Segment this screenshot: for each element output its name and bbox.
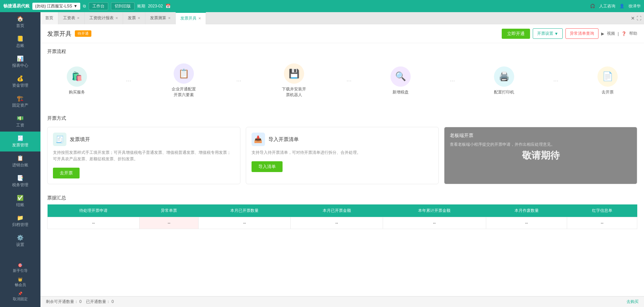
tab-invoice-tool[interactable]: 发票开具 ✕ [176, 12, 206, 24]
video-icon: ▶ [601, 31, 604, 36]
method-desc-import: 支持导入待开票清单，可对待开票清单进行拆分、合并处理。 [252, 149, 433, 156]
tax-icon: 📑 [17, 175, 24, 181]
sidebar-item-archive[interactable]: 📁 归档管理 [0, 211, 40, 231]
workspace-btn[interactable]: 工作台 [89, 2, 108, 10]
val-month-amount: -- [291, 217, 383, 229]
configure-icon: 📋 [178, 68, 189, 79]
expand-icon[interactable]: ⛶ [637, 16, 641, 21]
tab-home[interactable]: 首页 [40, 12, 58, 24]
step-download[interactable]: 💾 下载并安装开票机器人 [281, 63, 308, 98]
sidebar-item-unpin[interactable]: 📌 取消固定 [2, 289, 39, 304]
configure-printer-icon-wrap: 🖨️ [494, 66, 514, 87]
method-header-manual: 🧾 发票填开 [53, 133, 235, 146]
tab-payroll-stats-close[interactable]: ✕ [115, 16, 118, 20]
step-configure-printer[interactable]: 🖨️ 配置打印机 [494, 66, 514, 95]
tab-invoice-tool-close[interactable]: ✕ [198, 17, 201, 20]
assets-icon: 🏗️ [17, 95, 24, 102]
sidebar-label-guide: 新手引导 [13, 268, 28, 273]
tab-payroll-table-close[interactable]: ✕ [77, 16, 80, 20]
remaining-label: 剩余可开通数量： [46, 299, 78, 304]
inout-icon: 📋 [17, 155, 24, 161]
help-label[interactable]: 帮助 [629, 31, 637, 36]
sidebar-label-settle: 结账 [16, 202, 24, 208]
invoice-icon: 🧾 [17, 135, 24, 141]
tab-payroll-stats-label: 工资统计报表 [89, 15, 114, 21]
tab-invoice-calc[interactable]: 发票测算 ✕ [145, 12, 176, 24]
user-label[interactable]: 徐泽华 [628, 3, 641, 9]
guide-icon: 🎯 [18, 263, 23, 268]
arrow3: ··· [346, 77, 351, 84]
tab-invoice-tool-label: 发票开具 [180, 16, 197, 21]
sidebar-label-reports: 报表中心 [12, 63, 28, 68]
reports-icon: 📊 [17, 55, 24, 62]
chevron-down-icon: ▼ [74, 4, 78, 8]
immediate-open-btn[interactable]: 立即开通 [502, 29, 530, 39]
sidebar-item-settle[interactable]: ✅ 结账 [0, 191, 40, 211]
sidebar-label-inout: 进销台账 [12, 162, 28, 168]
service-label[interactable]: 人工咨询 [599, 3, 615, 9]
sidebar-item-payroll[interactable]: 💵 工资 [0, 112, 40, 132]
col-abnormal: 异常单票 [140, 204, 199, 217]
close-all-icon[interactable]: ✕ [631, 16, 635, 21]
member-icon: 👑 [18, 277, 23, 282]
tab-invoice-calc-close[interactable]: ✕ [168, 16, 171, 20]
step-add-taxdisk[interactable]: 🔍 新增税盘 [390, 66, 411, 95]
settings-icon: ⚙️ [17, 234, 24, 241]
val-pending: -- [48, 217, 140, 229]
download-label: 下载并安装开票机器人 [281, 86, 308, 98]
process-flow: 🛍️ 购买服务 ··· 📋 企业开通配置开票六要素 ··· [47, 60, 637, 105]
old-boss-desc: 查看老板端小程序提交的开票申请，并作出相应处理意见。 [450, 141, 632, 148]
header-right-info: ▶ 视频 | ❓ 帮助 [601, 31, 637, 36]
service-icon: 🎧 [590, 4, 595, 8]
import-list-btn[interactable]: 导入清单 [252, 161, 283, 172]
calendar-icon[interactable]: 📅 [166, 4, 171, 8]
tab-payroll-stats[interactable]: 工资统计报表 ✕ [85, 12, 123, 24]
opened-label: 已开通数量： [86, 299, 110, 304]
tab-home-label: 首页 [45, 15, 53, 21]
process-section-title: 开票流程 [47, 49, 637, 55]
sidebar-item-tax[interactable]: 📑 税务管理 [0, 171, 40, 191]
period-label: 账期 [137, 3, 145, 9]
sidebar-item-funds[interactable]: 💰 资金管理 [0, 72, 40, 92]
view-label[interactable]: 视频 [607, 31, 615, 36]
val-abnormal: -- [140, 217, 199, 229]
sidebar-item-guide[interactable]: 🎯 新手引导 [2, 261, 39, 275]
sidebar-label-payroll: 工资 [16, 122, 24, 128]
tab-payroll-table[interactable]: 工资表 ✕ [58, 12, 85, 24]
company-selector[interactable]: (勿动) 江西服宝-LSS ▼ [32, 3, 80, 10]
summary-table: 待处理开票申请 异常单票 本月已开票数量 本月已开票金额 本年累计开票金额 本月… [47, 204, 637, 229]
sidebar-item-ledger[interactable]: 📒 总账 [0, 32, 40, 52]
col-month-count: 本月已开票数量 [199, 204, 291, 217]
add-taxdisk-icon: 🔍 [395, 71, 406, 82]
step-buy-service[interactable]: 🛍️ 购买服务 [67, 66, 87, 95]
step-configure[interactable]: 📋 企业开通配置开票六要素 [170, 63, 197, 98]
summary-table-data-row: -- -- -- -- -- -- -- [48, 217, 637, 229]
sidebar-item-home[interactable]: 🏠 首页 [0, 12, 40, 32]
val-void-count: -- [486, 217, 567, 229]
top-bar-left: 畅捷通易代账 (勿动) 江西服宝-LSS ▼ ⧉ 工作台 切到旧版 账期 202… [3, 2, 171, 10]
tab-invoice-list-close[interactable]: ✕ [138, 16, 140, 20]
col-pending: 待处理开票申请 [48, 204, 140, 217]
sidebar-item-invoice[interactable]: 🧾 发票管理 [0, 132, 40, 151]
pin-icon: 📌 [18, 291, 23, 296]
download-icon: 💾 [289, 68, 299, 79]
settings-btn-label: 开票设置 [537, 31, 553, 36]
copy-icon[interactable]: ⧉ [83, 4, 86, 8]
abnormal-btn[interactable]: 异常清单查询 [565, 28, 598, 39]
go-invoice-btn[interactable]: 去开票 [53, 168, 80, 178]
sidebar-item-inout[interactable]: 📋 进销台账 [0, 151, 40, 171]
go-buy-link[interactable]: 去购买 [626, 299, 639, 305]
sidebar-item-member[interactable]: 👑 畅会员 [2, 275, 39, 289]
tab-invoice-list[interactable]: 发票 ✕ [123, 12, 145, 24]
sidebar-item-assets[interactable]: 🏗️ 固定资产 [0, 92, 40, 112]
sidebar-item-settings[interactable]: ⚙️ 设置 [0, 231, 40, 251]
sidebar-item-reports[interactable]: 📊 报表中心 [0, 52, 40, 72]
divider1: | [618, 31, 619, 36]
invoice-methods: 🧾 发票填开 支持按照发票样式手工填开发票；可开具增值税电子普通发票、增值税普通… [47, 127, 637, 190]
bottom-bar-info: 剩余可开通数量： 0 已开通数量： 0 [46, 299, 114, 305]
switch-old-btn[interactable]: 切到旧版 [111, 2, 135, 10]
settings-btn[interactable]: 开票设置 ▼ [533, 28, 563, 39]
step-issue-invoice[interactable]: 📄 去开票 [597, 66, 618, 95]
page-title: 发票开具 [47, 30, 71, 38]
remaining-value: 0 [79, 299, 82, 304]
